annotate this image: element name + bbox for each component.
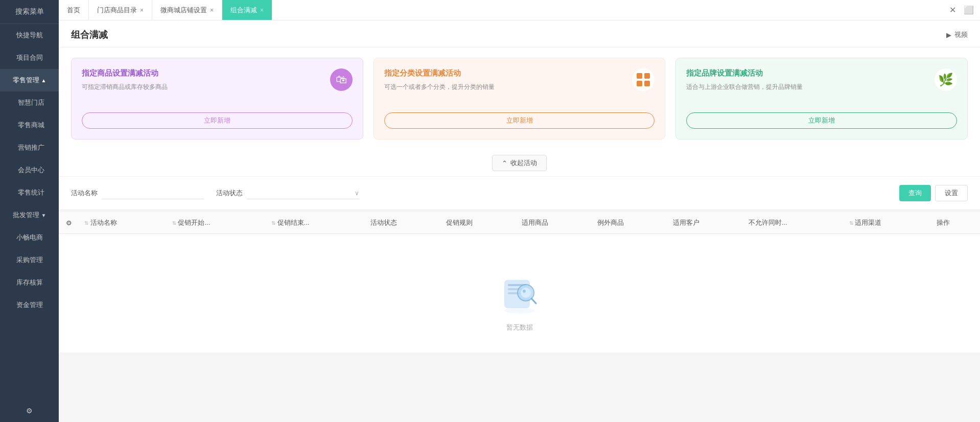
tab-bar-actions: ✕ ⬜ (946, 4, 980, 16)
query-button[interactable]: 查询 (899, 185, 931, 201)
table-header-name[interactable]: ⇅ 活动名称 (79, 212, 167, 234)
table-header-products: 适用商品 (517, 212, 592, 234)
sidebar-item-label: 营销推广 (18, 143, 44, 152)
table-header-status: 活动状态 (365, 212, 441, 234)
table-header-no-concurrent: 不允许同时... (743, 212, 844, 234)
table-header-gear[interactable]: ⚙ (59, 212, 79, 234)
bag-icon: 🛍 (336, 73, 347, 86)
sort-arrows: ⇅ (849, 220, 853, 226)
tab-store-catalog-close[interactable]: × (140, 7, 144, 14)
chevron-down-icon: ▼ (41, 213, 46, 218)
table-header-excluded: 例外商品 (592, 212, 668, 234)
tab-wechat-store-close[interactable]: × (210, 7, 214, 14)
empty-state: 暂无数据 (59, 234, 980, 353)
video-link[interactable]: ▶ 视频 (946, 30, 968, 39)
sidebar-item-membership[interactable]: 会员中心 (0, 159, 59, 181)
sidebar-item-retail-mgmt[interactable]: 零售管理 ▲ (0, 69, 59, 91)
sidebar-item-project-contract[interactable]: 项目合同 (0, 46, 59, 69)
sidebar-item-label: 零售管理 (13, 76, 39, 85)
collapse-row: ⌃ 收起活动 (59, 150, 980, 177)
svg-rect-2 (637, 81, 642, 86)
setting-button[interactable]: 设置 (935, 185, 968, 201)
collapse-activities-button[interactable]: ⌃ 收起活动 (492, 155, 547, 171)
chevron-up-icon: ▲ (41, 78, 46, 83)
filter-section: 活动名称 活动状态 ∨ 查询 设置 (59, 177, 980, 210)
sidebar-settings[interactable]: ⚙ (0, 400, 59, 422)
table-col-actions-label: 操作 (937, 219, 950, 226)
table-col-rule-label: 促销规则 (446, 219, 473, 226)
table-col-excluded-label: 例外商品 (597, 219, 624, 226)
main-content: 首页 门店商品目录 × 微商城店铺设置 × 组合满减 × ✕ ⬜ 组合满减 ▶ … (59, 0, 980, 422)
table-header-row: ⚙ ⇅ 活动名称 ⇅ 促销开始... ⇅ 促销结束... (59, 212, 980, 234)
tab-store-catalog-label: 门店商品目录 (97, 6, 137, 15)
video-label: 视频 (954, 30, 968, 39)
sidebar-item-purchase-mgmt[interactable]: 采购管理 (0, 249, 59, 271)
collapse-label: 收起活动 (510, 158, 537, 168)
sidebar-item-marketing[interactable]: 营销推广 (0, 136, 59, 159)
svg-line-11 (531, 298, 536, 303)
svg-rect-3 (644, 81, 650, 86)
window-close-button[interactable]: ✕ (946, 4, 959, 16)
table-header-end[interactable]: ⇅ 促销结束... (266, 212, 365, 234)
sidebar-item-xiao-ecom[interactable]: 小畅电商 (0, 226, 59, 249)
product-discount-card-icon: 🛍 (330, 68, 353, 91)
filter-name-input[interactable] (102, 187, 204, 199)
page-content: 组合满减 ▶ 视频 指定商品设置满减活动 可指定滞销商品或库存较多商品 🛍 立即… (59, 20, 980, 422)
table-header-rule: 促销规则 (441, 212, 517, 234)
tab-bar: 首页 门店商品目录 × 微商城店铺设置 × 组合满减 × ✕ ⬜ (59, 0, 980, 20)
sidebar-item-retail-stats[interactable]: 零售统计 (0, 181, 59, 204)
sidebar-item-label: 智慧门店 (18, 98, 44, 107)
brand-discount-card-icon: 🌿 (935, 68, 957, 91)
table-col-name-label: 活动名称 (90, 219, 117, 226)
table-col-channel-label: 适用渠道 (855, 219, 881, 226)
sidebar-item-label: 零售商城 (18, 121, 44, 130)
sidebar-search[interactable]: 搜索菜单 (0, 0, 59, 24)
table-header-channel[interactable]: ⇅ 适用渠道 (844, 212, 932, 234)
tab-home[interactable]: 首页 (59, 0, 89, 20)
product-discount-add-button[interactable]: 立即新增 (82, 112, 353, 129)
sidebar-item-label: 小畅电商 (16, 233, 43, 242)
table-header-actions: 操作 (931, 212, 980, 234)
table-col-products-label: 适用商品 (522, 219, 548, 226)
sidebar-item-finance-mgmt[interactable]: 资金管理 (0, 294, 59, 316)
sidebar-item-label: 零售统计 (18, 188, 44, 197)
gear-icon: ⚙ (66, 219, 72, 227)
sort-arrows: ⇅ (271, 220, 275, 226)
brand-discount-add-button[interactable]: 立即新增 (686, 112, 957, 129)
chevron-up-icon: ⌃ (502, 159, 507, 167)
brand-discount-card: 指定品牌设置满减活动 适合与上游企业联合做营销，提升品牌销量 🌿 立即新增 (675, 58, 968, 139)
svg-point-4 (504, 308, 535, 314)
sidebar-item-retail-mall[interactable]: 零售商城 (0, 114, 59, 136)
sidebar-item-inventory-check[interactable]: 库存核算 (0, 271, 59, 294)
tab-combo-discount[interactable]: 组合满减 × (222, 0, 272, 20)
tab-combo-discount-close[interactable]: × (260, 7, 264, 14)
filter-status-label: 活动状态 (216, 189, 243, 198)
filter-status-select[interactable]: ∨ (247, 187, 359, 199)
svg-point-12 (523, 290, 526, 293)
page-header: 组合满减 ▶ 视频 (59, 20, 980, 48)
sidebar-item-quick-nav[interactable]: 快捷导航 (0, 24, 59, 46)
sidebar-item-label: 库存核算 (16, 278, 43, 287)
sort-arrows: ⇅ (84, 220, 88, 226)
tab-store-catalog[interactable]: 门店商品目录 × (89, 0, 152, 20)
table-header-start[interactable]: ⇅ 促销开始... (167, 212, 266, 234)
tab-wechat-store-label: 微商城店铺设置 (160, 6, 207, 15)
category-discount-add-button[interactable]: 立即新增 (384, 112, 655, 129)
play-icon: ▶ (946, 31, 951, 39)
product-discount-card-desc: 可指定滞销商品或库存较多商品 (82, 82, 353, 105)
sidebar-item-label: 采购管理 (16, 255, 43, 265)
table-col-no-concurrent-label: 不允许同时... (749, 219, 787, 226)
product-discount-card: 指定商品设置满减活动 可指定滞销商品或库存较多商品 🛍 立即新增 (71, 58, 363, 139)
product-discount-card-title: 指定商品设置满减活动 (82, 68, 353, 78)
sidebar-item-smart-store[interactable]: 智慧门店 (0, 91, 59, 114)
sidebar-item-label: 快捷导航 (16, 31, 43, 40)
tab-wechat-store[interactable]: 微商城店铺设置 × (152, 0, 222, 20)
sidebar-item-label: 批发管理 (13, 210, 39, 220)
page-title: 组合满减 (71, 29, 108, 41)
category-discount-card-desc: 可选一个或者多个分类，提升分类的销量 (384, 82, 655, 105)
category-discount-card-title: 指定分类设置满减活动 (384, 68, 655, 78)
sidebar-item-wholesale-mgmt[interactable]: 批发管理 ▼ (0, 204, 59, 226)
window-restore-button[interactable]: ⬜ (963, 4, 975, 16)
promo-cards-section: 指定商品设置满减活动 可指定滞销商品或库存较多商品 🛍 立即新增 指定分类设置满… (59, 48, 980, 150)
filter-name-label: 活动名称 (71, 189, 98, 198)
